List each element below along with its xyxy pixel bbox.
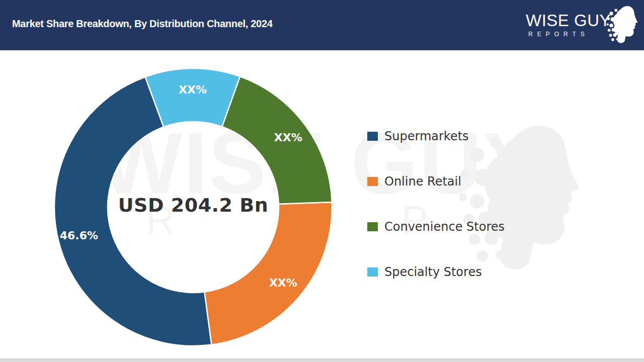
legend-label: Supermarkets bbox=[384, 129, 469, 143]
logo-wordmark: WISE GUY REPORTS bbox=[526, 11, 614, 38]
header-bar: Market Share Breakdown, By Distribution … bbox=[0, 0, 644, 50]
chart-legend: Supermarkets Online Retail Convenience S… bbox=[367, 127, 505, 308]
segment-percentage-label: XX% bbox=[269, 277, 297, 289]
donut-segment bbox=[204, 202, 332, 345]
legend-swatch-icon bbox=[367, 177, 378, 186]
bottom-divider-bar bbox=[0, 358, 644, 362]
legend-swatch-icon bbox=[367, 222, 378, 231]
chart-center-value: USD 204.2 Bn bbox=[88, 194, 299, 216]
logo-wordmark-line2: REPORTS bbox=[526, 31, 614, 38]
legend-item-online-retail: Online Retail bbox=[367, 172, 505, 191]
segment-percentage-label: XX% bbox=[274, 131, 302, 144]
report-canvas: Market Share Breakdown, By Distribution … bbox=[0, 0, 644, 362]
legend-item-specialty-stores: Specialty Stores bbox=[367, 262, 505, 282]
legend-label: Specialty Stores bbox=[384, 265, 482, 279]
legend-swatch-icon bbox=[367, 267, 378, 277]
legend-label: Online Retail bbox=[384, 174, 461, 189]
legend-item-supermarkets: Supermarkets bbox=[367, 127, 505, 146]
logo-wordmark-line1: WISE GUY bbox=[526, 11, 614, 30]
wiseguy-face-icon bbox=[605, 3, 641, 47]
segment-percentage-label: 46.6% bbox=[60, 229, 98, 242]
segment-percentage-label: XX% bbox=[179, 83, 207, 96]
legend-swatch-icon bbox=[367, 132, 378, 141]
legend-label: Convenience Stores bbox=[384, 220, 505, 234]
legend-item-convenience-stores: Convenience Stores bbox=[367, 217, 505, 236]
page-title: Market Share Breakdown, By Distribution … bbox=[12, 18, 273, 30]
